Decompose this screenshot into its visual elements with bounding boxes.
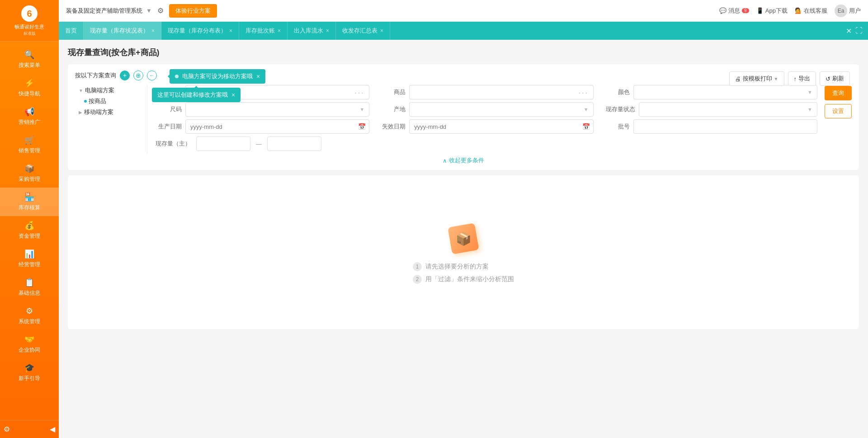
- collapse-sidebar-icon[interactable]: ◀: [50, 425, 55, 433]
- filter-cell-batch: 批号: [603, 119, 817, 134]
- sidebar-item-purchase[interactable]: 📦 采购管理: [0, 159, 59, 188]
- scheme-mobile-group[interactable]: ▶ 移动端方案: [75, 107, 147, 118]
- export-button[interactable]: ↑ 导出: [788, 71, 816, 86]
- origin-chev: ▼: [584, 107, 589, 112]
- user-menu[interactable]: Ea 用户: [835, 5, 861, 17]
- sidebar-item-marketing[interactable]: 📢 营销推广: [0, 102, 59, 131]
- reset-button[interactable]: 设置: [825, 104, 852, 118]
- tab-inventory-status[interactable]: 现存量（库存状况表） ×: [84, 22, 161, 40]
- tab-close-inout-flow[interactable]: ×: [326, 28, 329, 34]
- box-emoji: 📦: [456, 231, 472, 246]
- tab-close-all-icon[interactable]: ✕: [846, 27, 852, 35]
- sidebar-item-finance[interactable]: 💰 资金管理: [0, 216, 59, 245]
- copy-scheme-button[interactable]: ⊕: [133, 71, 143, 80]
- stock-status-select[interactable]: ▼: [639, 102, 817, 117]
- tab-inout-flow[interactable]: 出入库流水 ×: [288, 22, 336, 40]
- box-icon: 📦: [24, 164, 34, 174]
- sidebar-item-label: 资金管理: [19, 232, 40, 240]
- avatar: Ea: [835, 5, 847, 17]
- tab-home[interactable]: 首页: [59, 22, 84, 40]
- tab-close-batch-account[interactable]: ×: [278, 28, 281, 34]
- chevron-up-icon: ∧: [443, 157, 447, 164]
- sidebar: 6 畅通诶好生意 标准版 🔍 搜索菜单 ⚡ 快捷导航 📢 营销推广 🛒 销售管理…: [0, 0, 59, 438]
- sidebar-item-quick[interactable]: ⚡ 快捷导航: [0, 74, 59, 102]
- stock-main-max[interactable]: [267, 137, 321, 151]
- sidebar-item-basic[interactable]: 📋 基础信息: [0, 273, 59, 301]
- topbar-gear-icon[interactable]: ⚙: [157, 6, 164, 15]
- stock-status-label: 现存量状态: [603, 105, 635, 113]
- support-icon: 💁: [795, 7, 802, 14]
- arrow-left-button[interactable]: ←: [147, 71, 157, 80]
- filter-cell-prod-date: 生产日期 📅: [155, 119, 369, 134]
- color-label: 颜色: [603, 88, 630, 96]
- tabbar: 首页 现存量（库存状况表） × 现存量（库存分布表） × 库存批次账 × 出入库…: [59, 22, 868, 40]
- tooltip-scheme-create: 这里可以创建和修改方案哦 ×: [152, 88, 241, 102]
- origin-select[interactable]: ▼: [409, 102, 593, 117]
- sidebar-item-label: 库存核算: [19, 204, 40, 212]
- download-icon: 📱: [756, 7, 764, 14]
- sidebar-item-label: 营销推广: [19, 118, 40, 126]
- warehouse-ellipsis[interactable]: ···: [354, 87, 365, 98]
- page-actions: 🖨 按模板打印 ▼ ↑ 导出 ↺ 刷新: [729, 71, 850, 86]
- tooltip1-dot: [175, 75, 179, 78]
- refresh-button[interactable]: ↺ 刷新: [820, 71, 850, 86]
- tab-batch-account[interactable]: 库存批次账 ×: [239, 22, 288, 40]
- stock-main-min[interactable]: [196, 137, 250, 151]
- prod-date-icon[interactable]: 📅: [358, 123, 366, 130]
- tab-collect-summary[interactable]: 收发存汇总表 ×: [336, 22, 390, 40]
- collapse-button[interactable]: ∧ 收起更多条件: [75, 154, 852, 165]
- lightning-icon: ⚡: [24, 78, 34, 88]
- sidebar-item-label: 系统管理: [19, 318, 40, 325]
- store-icon: 🏪: [24, 192, 34, 202]
- sidebar-item-operation[interactable]: 📊 经营管理: [0, 245, 59, 273]
- tab-fullscreen-icon[interactable]: ⛶: [855, 27, 863, 35]
- tab-close-inventory-status[interactable]: ×: [151, 28, 155, 34]
- search-button[interactable]: 查询: [825, 86, 852, 100]
- page-content: 现存量查询(按仓库+商品) 🖨 按模板打印 ▼ ↑ 导出 ↺: [59, 40, 868, 438]
- sidebar-bottom: ⚙ ◀: [0, 420, 59, 438]
- tooltip2-close[interactable]: ×: [231, 91, 235, 99]
- prod-date-input[interactable]: [185, 119, 369, 134]
- logo-text: 畅通诶好生意 标准版: [14, 24, 44, 37]
- sidebar-item-guide[interactable]: 🎓 新手引导: [0, 358, 59, 387]
- gear-icon: ⚙: [26, 306, 33, 316]
- tab-close-inventory-dist[interactable]: ×: [229, 28, 232, 34]
- tab-inventory-dist[interactable]: 现存量（库存分布表） ×: [161, 22, 239, 40]
- sidebar-item-search[interactable]: 🔍 搜索菜单: [0, 45, 59, 74]
- sidebar-item-sales[interactable]: 🛒 销售管理: [0, 131, 59, 159]
- size-select[interactable]: ▼: [185, 102, 369, 117]
- sidebar-item-enterprise[interactable]: 🤝 企业协同: [0, 330, 59, 358]
- filter-cell-origin: 产地 ▼: [378, 102, 593, 117]
- message-badge: 9: [742, 8, 749, 13]
- goods-ellipsis[interactable]: ···: [578, 87, 589, 98]
- batch-input[interactable]: [633, 119, 817, 134]
- tab-close-collect-summary[interactable]: ×: [380, 28, 383, 34]
- expiry-date-input[interactable]: [409, 119, 593, 134]
- scheme-desktop-group[interactable]: ▼ 电脑端方案: [75, 85, 147, 96]
- expiry-date-icon[interactable]: 📅: [582, 123, 590, 130]
- online-support-button[interactable]: 💁 在线客服: [795, 7, 827, 15]
- size-chev: ▼: [359, 107, 364, 112]
- scheme-desktop-item-0[interactable]: 按商品: [84, 96, 147, 107]
- logo-icon: 6: [21, 5, 38, 22]
- settings-bottom-icon[interactable]: ⚙: [4, 425, 10, 433]
- tab-inout-flow-label: 出入库流水: [294, 27, 323, 35]
- color-select[interactable]: ▼: [633, 85, 817, 99]
- sidebar-item-inventory[interactable]: 🏪 库存核算: [0, 188, 59, 216]
- template-print-button[interactable]: 🖨 按模板打印 ▼: [729, 71, 784, 86]
- filter-cell-expiry-date: 失效日期 📅: [378, 119, 593, 134]
- sidebar-item-label: 基础信息: [19, 289, 40, 297]
- filter-cell-size: 尺码 ▼: [155, 102, 369, 117]
- message-button[interactable]: 💬 消息 9: [719, 7, 749, 15]
- scheme-layout: ▼ 电脑端方案 按商品 这里可以创建和修改方案哦 ×: [75, 85, 852, 154]
- sidebar-item-system[interactable]: ⚙ 系统管理: [0, 301, 59, 330]
- topbar: 装备及固定资产辅助管理系统 ▼ ⚙ 体验行业方案 💬 消息 9 📱 App下载 …: [59, 0, 868, 22]
- add-scheme-button[interactable]: ＋: [120, 71, 130, 80]
- goods-dropdown[interactable]: ···: [409, 85, 593, 99]
- system-dropdown-icon[interactable]: ▼: [146, 7, 152, 14]
- app-download-button[interactable]: 📱 App下载: [756, 7, 788, 15]
- tooltip1-close[interactable]: ×: [256, 73, 260, 80]
- solution-button[interactable]: 体验行业方案: [169, 4, 217, 18]
- megaphone-icon: 📢: [24, 107, 34, 117]
- search-reset-actions: 查询 设置: [825, 85, 852, 154]
